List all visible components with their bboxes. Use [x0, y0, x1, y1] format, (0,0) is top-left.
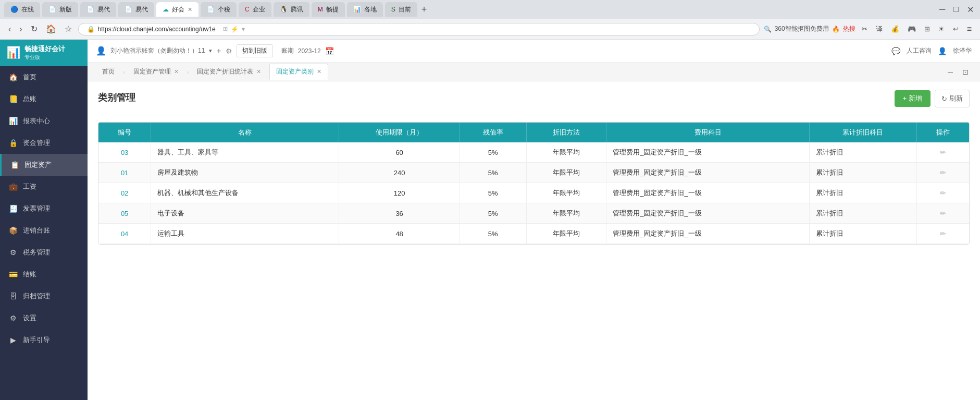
maximize-button[interactable]: □	[951, 3, 961, 17]
tax-icon: ⚙	[8, 248, 18, 257]
url-bar[interactable]: 🔒 https://cloud.chanjet.com/accounting/u…	[78, 23, 760, 35]
browser-tab-4[interactable]: 📄 易代	[118, 2, 154, 17]
browser-tab-3[interactable]: 📄 易代	[80, 2, 116, 17]
sidebar-item-checkout[interactable]: 💳 结账	[0, 263, 88, 285]
forward-button[interactable]: ›	[17, 22, 24, 36]
sidebar-item-home[interactable]: 🏠 首页	[0, 66, 88, 88]
sidebar-item-label: 资金管理	[23, 138, 50, 148]
browser-tab-1[interactable]: 🔵 在线	[4, 2, 40, 17]
edit-icon[interactable]: ✏	[940, 229, 946, 238]
add-button[interactable]: + 新增	[895, 90, 931, 107]
fixed-assets-icon: 📋	[10, 160, 19, 169]
app-container: 📊 畅捷通好会计 专业版 🏠 首页 📒 总账 📊 报表中心 🔒 资金管理	[0, 40, 980, 400]
wallet-button[interactable]: 💰	[889, 23, 901, 35]
scissors-button[interactable]: ✂	[860, 23, 870, 35]
cell-id: 05	[98, 203, 151, 224]
close-window-button[interactable]: ✕	[965, 3, 976, 17]
sidebar-item-guide[interactable]: ▶ 新手引导	[0, 329, 88, 351]
breadcrumb-close-icon[interactable]: ✕	[174, 68, 179, 75]
breadcrumb-close-icon-2[interactable]: ✕	[256, 68, 261, 75]
breadcrumb-category[interactable]: 固定资产类别 ✕	[269, 64, 328, 80]
app-header-left: 👤 刘小艳演示账套（勿删勿动！）11 ▾ + ⚙ 切到旧版 账期 2023-12…	[96, 44, 334, 57]
game-button[interactable]: 🎮	[905, 23, 918, 35]
breadcrumb-depreciation-stats[interactable]: 固定资产折旧统计表 ✕	[191, 64, 267, 79]
sidebar-item-funds[interactable]: 🔒 资金管理	[0, 132, 88, 154]
edit-icon[interactable]: ✏	[940, 168, 946, 177]
browser-tab-9[interactable]: M 畅提	[312, 2, 345, 17]
consult-label[interactable]: 人工咨询	[907, 46, 932, 55]
sidebar-item-settings[interactable]: ⚙ 设置	[0, 307, 88, 329]
dropdown-icon[interactable]: ▾	[209, 47, 212, 54]
maximize-tab-button[interactable]: ⊡	[959, 67, 972, 77]
cell-id: 03	[98, 142, 151, 163]
settings-icon: ⚙	[8, 313, 18, 323]
calendar-icon[interactable]: 📅	[325, 47, 334, 55]
browser-tab-11[interactable]: S 目前	[385, 2, 417, 17]
sidebar-item-payroll[interactable]: 💼 工资	[0, 176, 88, 198]
browser-tab-8[interactable]: 🐧 腾讯	[274, 2, 309, 17]
minimize-tab-button[interactable]: ─	[945, 67, 956, 77]
home-button[interactable]: 🏠	[44, 22, 58, 36]
sidebar-item-inventory[interactable]: 📦 进销台账	[0, 220, 88, 241]
brightness-button[interactable]: ☀	[936, 23, 947, 35]
browser-tab-10[interactable]: 📊 各地	[347, 2, 383, 17]
breadcrumb-fixed-assets-mgmt[interactable]: 固定资产管理 ✕	[127, 64, 185, 79]
sidebar-item-archive[interactable]: 🗄 归档管理	[0, 285, 88, 307]
undo-button[interactable]: ↩	[951, 23, 961, 35]
col-header-residual: 残值率	[460, 123, 526, 142]
translate-button[interactable]: 译	[874, 22, 885, 36]
cell-id: 01	[98, 163, 151, 183]
cell-expense: 管理费用_固定资产折旧_一级	[606, 203, 810, 224]
browser-tab-5[interactable]: ☁ 好会 ✕	[156, 2, 199, 17]
add-account-icon[interactable]: +	[216, 46, 221, 56]
settings-cog-icon[interactable]: ⚙	[226, 47, 232, 55]
tab-window-controls: ─ ⊡	[945, 67, 972, 77]
minimize-button[interactable]: ─	[937, 3, 947, 17]
cell-id: 02	[98, 183, 151, 203]
sidebar-item-invoice[interactable]: 🧾 发票管理	[0, 198, 88, 220]
sidebar-item-ledger[interactable]: 📒 总账	[0, 88, 88, 110]
grid-button[interactable]: ⊞	[922, 23, 932, 35]
user-avatar-icon: 👤	[96, 46, 106, 56]
invoice-icon: 🧾	[8, 204, 18, 213]
breadcrumb-close-icon-3[interactable]: ✕	[317, 68, 321, 75]
toolbar: + 新增 ↻ 刷新	[895, 90, 970, 107]
edit-icon[interactable]: ✏	[940, 189, 946, 197]
inventory-icon: 📦	[8, 226, 18, 235]
tab-close-icon[interactable]: ✕	[188, 6, 192, 13]
cell-id: 04	[98, 224, 151, 244]
cell-period: 48	[339, 224, 460, 244]
menu-button[interactable]: ≡	[965, 22, 974, 36]
new-tab-button[interactable]: +	[419, 2, 429, 17]
tab-label: 好会	[172, 5, 184, 14]
sidebar-item-label: 进销台账	[23, 226, 50, 235]
reload-button[interactable]: ↻	[29, 22, 40, 36]
back-button[interactable]: ‹	[6, 22, 13, 36]
bookmark-button[interactable]: ☆	[63, 22, 74, 36]
sidebar-nav: 🏠 首页 📒 总账 📊 报表中心 🔒 资金管理 📋 固定资产 💼 工资	[0, 66, 88, 400]
sidebar-item-fixed-assets[interactable]: 📋 固定资产	[0, 154, 88, 176]
breadcrumb-home[interactable]: 首页	[96, 64, 121, 79]
sidebar-item-label: 税务管理	[23, 248, 50, 257]
separator-2: ›	[187, 69, 189, 75]
edit-icon[interactable]: ✏	[940, 148, 946, 156]
edit-icon[interactable]: ✏	[940, 209, 946, 217]
browser-tab-2[interactable]: 📄 新版	[42, 2, 78, 17]
browser-tab-7[interactable]: C 企业	[239, 2, 271, 17]
search-area[interactable]: 🔍 360智能抠图免费用 🔥 热搜	[764, 25, 855, 33]
table-body: 03 器具、工具、家具等 60 5% 年限平均 管理费用_固定资产折旧_一级 累…	[98, 142, 969, 244]
consult-icon: 💬	[891, 47, 900, 55]
browser-tab-6[interactable]: 📄 个税	[201, 2, 237, 17]
guide-icon: ▶	[8, 335, 18, 345]
sidebar-item-label: 工资	[23, 182, 36, 191]
col-header-id: 编号	[98, 123, 151, 142]
cell-period: 240	[339, 163, 460, 183]
sidebar-item-tax[interactable]: ⚙ 税务管理	[0, 241, 88, 263]
refresh-button[interactable]: ↻ 刷新	[935, 90, 970, 107]
app-header-right: 💬 人工咨询 👤 徐泽华	[891, 46, 972, 55]
switch-version-button[interactable]: 切到旧版	[237, 44, 273, 57]
table-row: 02 机器、机械和其他生产设备 120 5% 年限平均 管理费用_固定资产折旧_…	[98, 183, 969, 203]
sidebar-item-reports[interactable]: 📊 报表中心	[0, 110, 88, 132]
cell-residual: 5%	[460, 142, 526, 163]
cell-period: 36	[339, 203, 460, 224]
